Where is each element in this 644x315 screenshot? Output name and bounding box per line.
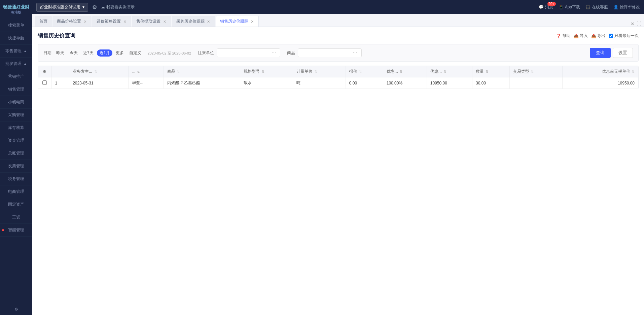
sidebar-smart-label: 智能管理: [8, 228, 24, 232]
sidebar-item-smart[interactable]: 智能管理: [0, 224, 32, 237]
sidebar-retail-arrow: ▲: [24, 49, 27, 53]
th-settings[interactable]: ⚙: [38, 66, 51, 77]
sidebar-item-sales[interactable]: 销售管理: [0, 83, 32, 96]
only-last-checkbox[interactable]: [609, 34, 613, 38]
online-service-button[interactable]: 🎧 在线客服: [585, 4, 608, 10]
sort-icon-business-date: ⇅: [94, 70, 97, 73]
sidebar-quick-nav-label: 快捷导航: [8, 36, 24, 40]
export-button[interactable]: 📤 导出: [591, 33, 605, 39]
source-input-wrap: ···: [217, 48, 280, 57]
app-logo: 畅捷通好业财 标准版: [0, 0, 32, 19]
tab-sales-history-label: 销售历史价跟踪: [220, 19, 248, 24]
tab-purchase-strategy-close[interactable]: ×: [123, 19, 127, 24]
filter-bar: 日期 昨天 今天 近7天 近1月 更多 自定义 2023-05-02 至 202…: [38, 44, 639, 62]
messages-badge: 99+: [547, 2, 556, 6]
user-profile-button[interactable]: 👤 徐泽华修改: [613, 4, 640, 10]
messages-button[interactable]: 💬 消息 99+: [539, 4, 553, 10]
demo-label: 我要看实例演示: [106, 4, 135, 10]
sidebar-item-purchase[interactable]: 采购管理: [0, 109, 32, 121]
tab-product-price-close[interactable]: ×: [83, 19, 87, 24]
tab-sales-history[interactable]: 销售历史价跟踪 ×: [216, 16, 259, 27]
date-btn-last1month[interactable]: 近1月: [97, 49, 113, 57]
tab-price-extract-close[interactable]: ×: [163, 19, 167, 24]
th-price[interactable]: 报价 ⇅: [346, 66, 383, 77]
import-label: 导入: [580, 33, 588, 39]
settings-gear-icon: ⚙: [14, 307, 18, 312]
th-unit[interactable]: 计量单位 ⇅: [293, 66, 346, 77]
sidebar-ecommerce-label: 电商管理: [8, 189, 24, 194]
date-btn-today[interactable]: 今天: [68, 49, 80, 57]
sidebar-item-retail[interactable]: 零售管理 ▲: [0, 45, 32, 58]
sidebar-item-tax[interactable]: 税务管理: [0, 173, 32, 185]
date-range-display: 2023-05-02 至 2023-06-02: [147, 51, 191, 56]
close-panel-button[interactable]: ✕: [631, 21, 635, 27]
sidebar-capital-label: 资金管理: [8, 138, 24, 143]
sidebar-sales-label: 销售管理: [8, 87, 24, 92]
th-qty[interactable]: 数量 ⇅: [472, 66, 510, 77]
th-more-label: ...: [132, 69, 135, 74]
product-input[interactable]: [301, 50, 351, 55]
date-btn-yesterday[interactable]: 昨天: [54, 49, 66, 57]
sort-icon-discount2: ⇅: [443, 70, 446, 73]
th-discount1[interactable]: 优惠... ⇅: [383, 66, 427, 77]
source-more-btn[interactable]: ···: [270, 50, 277, 56]
sidebar-item-ledger[interactable]: 总账管理: [0, 147, 32, 160]
row-more: 华查...: [128, 77, 164, 89]
th-discount1-label: 优惠...: [387, 69, 398, 74]
row-checkbox-cell[interactable]: [38, 77, 51, 89]
sidebar-settings-bottom[interactable]: ⚙: [0, 304, 32, 315]
th-spec[interactable]: 规格型号 ⇅: [240, 66, 293, 77]
th-product[interactable]: 商品 ⇅: [164, 66, 240, 77]
sort-icon-more: ⇅: [137, 70, 140, 74]
tab-product-price[interactable]: 商品价格设置 ×: [52, 16, 92, 27]
messages-icon: 💬: [539, 5, 544, 9]
help-button[interactable]: ❓ 帮助: [556, 33, 570, 39]
sidebar-item-wholesale[interactable]: 批发管理 ▲: [0, 58, 32, 70]
import-icon: 📥: [574, 34, 579, 38]
th-discount2[interactable]: 优惠... ⇅: [427, 66, 472, 77]
query-button[interactable]: 查询: [590, 48, 611, 58]
sidebar-item-ecommerce[interactable]: 电商管理: [0, 185, 32, 198]
th-pretax-price[interactable]: 优惠前无税单价 ⇅: [562, 66, 638, 77]
th-tx-type[interactable]: 交易类型 ⇅: [510, 66, 563, 77]
tab-home[interactable]: 首页: [35, 16, 52, 27]
th-price-label: 报价: [349, 69, 357, 74]
sidebar-item-xc-ecommerce[interactable]: 小畅电商: [0, 96, 32, 109]
sidebar-item-capital[interactable]: 资金管理: [0, 134, 32, 147]
th-tx-type-label: 交易类型: [513, 69, 529, 74]
sidebar-item-quick-nav[interactable]: 快捷导航: [0, 32, 32, 45]
sidebar-item-invoice[interactable]: 发票管理: [0, 160, 32, 173]
row-qty: 30.00: [472, 77, 510, 89]
sidebar-item-payroll[interactable]: 工资: [0, 211, 32, 224]
table-row[interactable]: 1 2023-05-31 华查... 丙烯酸-2-乙基己酯 散水 吨 0.00 …: [38, 77, 638, 89]
edition-selector[interactable]: 好业财标准版交付试用 ▾: [36, 3, 88, 12]
topbar-settings-icon[interactable]: ⚙: [91, 3, 98, 12]
sidebar-tax-label: 税务管理: [8, 176, 24, 181]
tab-price-extract[interactable]: 售价提取设置 ×: [132, 16, 171, 27]
maximize-panel-button[interactable]: ⛶: [637, 21, 641, 27]
date-btn-custom[interactable]: 自定义: [127, 49, 143, 57]
date-btn-more[interactable]: 更多: [114, 49, 126, 57]
online-service-label: 在线客服: [592, 4, 608, 10]
th-qty-label: 数量: [476, 69, 484, 74]
sidebar-item-marketing[interactable]: 营销推广: [0, 70, 32, 83]
sidebar-item-inventory[interactable]: 库存核算: [0, 121, 32, 134]
sidebar-item-search[interactable]: 搜索菜单: [0, 19, 32, 32]
app-download-button[interactable]: 📱 App下载: [559, 4, 580, 10]
sidebar-item-assets[interactable]: 固定资产: [0, 198, 32, 211]
demo-link[interactable]: ☁ 我要看实例演示: [101, 4, 135, 10]
th-more[interactable]: ... ⇅: [128, 66, 164, 77]
source-input[interactable]: [220, 50, 270, 55]
only-last-checkbox-label[interactable]: 只看最后一次: [609, 33, 639, 39]
tab-purchase-history[interactable]: 采购历史价跟踪 ×: [172, 16, 215, 27]
tab-purchase-strategy[interactable]: 进价策略设置 ×: [92, 16, 131, 27]
product-more-btn[interactable]: ···: [351, 50, 358, 56]
tab-sales-history-close[interactable]: ×: [250, 19, 254, 24]
row-checkbox[interactable]: [42, 80, 47, 85]
only-last-label: 只看最后一次: [614, 33, 639, 39]
tab-purchase-history-close[interactable]: ×: [207, 19, 211, 24]
import-button[interactable]: 📥 导入: [574, 33, 588, 39]
date-btn-last7[interactable]: 近7天: [81, 49, 96, 57]
settings-button[interactable]: 设置: [613, 48, 633, 58]
th-business-date[interactable]: 业务发生... ⇅: [69, 66, 129, 77]
